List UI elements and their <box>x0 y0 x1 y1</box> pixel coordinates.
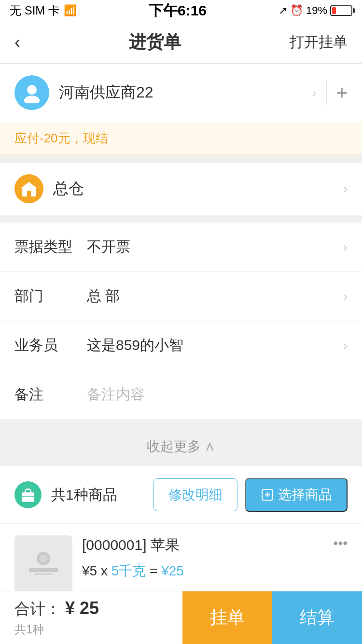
total-sub: 共1种 <box>14 622 168 637</box>
salesperson-row[interactable]: 业务员 这是859的小智 › <box>0 321 362 370</box>
status-bar: 无 SIM 卡 📶 下午6:16 ↗ ⏰ 19% <box>0 0 362 21</box>
collapse-text: 收起更多 ∧ <box>147 439 216 454</box>
carrier-text: 无 SIM 卡 <box>10 3 60 18</box>
supplier-avatar <box>14 75 49 110</box>
notice-bar: 应付-20元，现结 <box>0 122 362 155</box>
unit-price: ¥5 x <box>82 563 111 578</box>
user-icon <box>21 82 42 103</box>
total-label: 合计： <box>14 600 61 617</box>
subtotal: ¥25 <box>161 563 184 578</box>
chevron-right-icon: › <box>343 338 348 353</box>
svg-rect-13 <box>34 573 53 575</box>
chevron-right-icon: › <box>343 239 348 255</box>
select-product-button[interactable]: 选择商品 <box>245 478 348 512</box>
warehouse-row[interactable]: 总仓 › <box>0 163 362 215</box>
svg-rect-4 <box>27 191 31 196</box>
warehouse-icon <box>14 174 43 203</box>
checkout-button[interactable]: 结算 <box>272 591 362 644</box>
svg-point-1 <box>24 96 40 103</box>
bottom-bar: 合计： ¥ 25 共1种 挂单 结算 <box>0 591 362 644</box>
supplier-name: 河南供应商22 <box>59 82 312 103</box>
svg-rect-12 <box>29 568 58 572</box>
total-amount: ¥ 25 <box>65 598 99 618</box>
warehouse-section[interactable]: 总仓 › <box>0 163 362 215</box>
status-right: ↗ ⏰ 19% <box>278 4 352 17</box>
remark-row[interactable]: 备注 备注内容 <box>0 370 362 419</box>
invoice-type-row[interactable]: 票据类型 不开票 › <box>0 223 362 271</box>
divider <box>326 81 327 105</box>
product-thumbnail <box>14 535 72 593</box>
battery-icon <box>330 5 352 16</box>
form-section: 票据类型 不开票 › 部门 总 部 › 业务员 这是859的小智 › 备注 备注… <box>0 223 362 419</box>
supplier-section: 河南供应商22 › + 应付-20元，现结 <box>0 64 362 155</box>
remark-input[interactable]: 备注内容 <box>82 385 348 405</box>
department-label: 部门 <box>14 286 82 306</box>
total-area: 合计： ¥ 25 共1种 <box>0 598 182 637</box>
invoice-type-value: 不开票 <box>82 237 343 257</box>
chevron-right-icon: › <box>343 181 348 196</box>
battery-percentage: 19% <box>306 4 327 17</box>
status-left: 无 SIM 卡 📶 <box>10 3 77 18</box>
alarm-icon: ⏰ <box>290 4 303 17</box>
select-product-icon <box>261 488 274 502</box>
product-count-icon <box>14 481 42 508</box>
collapse-button[interactable]: 收起更多 ∧ <box>0 427 362 466</box>
total-main: 合计： ¥ 25 <box>14 598 168 620</box>
salesperson-value: 这是859的小智 <box>82 336 343 355</box>
content-area: 河南供应商22 › + 应付-20元，现结 总仓 › 票据类型 不开票 <box>0 64 362 644</box>
nav-bar: ‹ 进货单 打开挂单 <box>0 21 362 64</box>
status-time: 下午6:16 <box>149 1 207 21</box>
svg-point-11 <box>40 555 47 562</box>
wifi-icon: 📶 <box>64 4 77 17</box>
page-title: 进货单 <box>129 30 181 54</box>
product-code: [0000001] <box>82 537 151 553</box>
product-section: 共1种商品 修改明细 选择商品 <box>0 466 362 605</box>
product-title: 苹果 <box>151 537 180 553</box>
notice-text: 应付-20元，现结 <box>14 131 108 145</box>
svg-marker-3 <box>21 182 37 188</box>
department-value: 总 部 <box>82 286 343 306</box>
product-default-icon <box>24 545 63 584</box>
product-price-row: ¥5 x 5千克 = ¥25 <box>82 562 329 580</box>
invoice-type-label: 票据类型 <box>14 237 82 257</box>
product-more-button[interactable]: ••• <box>334 535 348 551</box>
department-row[interactable]: 部门 总 部 › <box>0 271 362 321</box>
chevron-right-icon: › <box>343 289 348 304</box>
product-name: [0000001] 苹果 <box>82 535 329 555</box>
equals: = <box>150 563 161 578</box>
edit-detail-button[interactable]: 修改明细 <box>153 478 237 511</box>
product-count-label: 共1种商品 <box>51 485 153 505</box>
warehouse-name: 总仓 <box>53 178 343 199</box>
chevron-right-icon: › <box>312 85 316 100</box>
location-icon: ↗ <box>278 4 287 17</box>
salesperson-label: 业务员 <box>14 336 82 355</box>
add-button[interactable]: + <box>336 82 348 104</box>
select-product-label: 选择商品 <box>278 486 332 504</box>
back-button[interactable]: ‹ <box>14 32 20 53</box>
supplier-row[interactable]: 河南供应商22 › + <box>0 64 362 122</box>
svg-point-0 <box>27 85 37 95</box>
open-pending-orders-button[interactable]: 打开挂单 <box>290 32 348 52</box>
shopping-bag-icon <box>20 487 36 503</box>
hang-order-button[interactable]: 挂单 <box>182 591 272 644</box>
warehouse-svg <box>20 180 38 197</box>
svg-rect-5 <box>22 492 34 502</box>
product-header: 共1种商品 修改明细 选择商品 <box>0 466 362 524</box>
product-info: [0000001] 苹果 ¥5 x 5千克 = ¥25 <box>82 535 329 580</box>
quantity: 5千克 <box>111 563 146 578</box>
remark-label: 备注 <box>14 385 82 405</box>
